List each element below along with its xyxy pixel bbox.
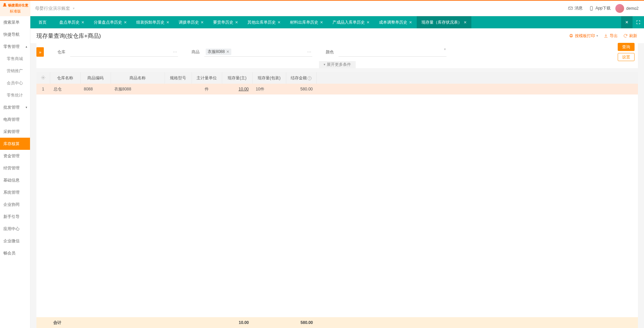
close-all-tabs-button[interactable]: ✕: [621, 16, 633, 28]
tab-8[interactable]: 产成品入库单历史✕: [328, 16, 374, 28]
close-icon[interactable]: ✕: [409, 20, 412, 25]
expand-filters-button[interactable]: ▾ 展开更多条件: [319, 61, 356, 68]
tab-label: 现存量（库存状况表）: [421, 20, 462, 25]
app-download-button[interactable]: App下载: [589, 5, 611, 11]
row-index: 1: [36, 84, 50, 94]
col-spec[interactable]: 规格型号: [165, 72, 192, 84]
cell-qty-main[interactable]: 10.00: [238, 87, 248, 91]
app-header: 畅捷通好生意 标准版 母婴行业演示账套 ▾ 消息 App下载 demo2: [0, 1, 644, 16]
tab-2[interactable]: 分量盘点单历史✕: [89, 16, 131, 28]
sidebar-item-11[interactable]: 资金管理: [0, 150, 30, 162]
sidebar-item-8[interactable]: 电商管理: [0, 113, 30, 126]
filter-product-input[interactable]: 衣服8088 ✕ ⋯: [204, 47, 312, 57]
filter-panel: » 仓库 ⋯ 商品 衣服8088 ✕: [36, 43, 638, 68]
sidebar-item-15[interactable]: 企业协同: [0, 198, 30, 211]
chip-remove-icon[interactable]: ✕: [226, 50, 229, 54]
logo: 畅捷通好生意 标准版: [0, 1, 30, 16]
sidebar-item-label: 企业协同: [3, 202, 20, 208]
filter-color-select[interactable]: ▾: [339, 47, 446, 57]
tab-3[interactable]: 组装拆卸单历史✕: [131, 16, 174, 28]
close-icon[interactable]: ✕: [124, 20, 127, 25]
close-icon[interactable]: ✕: [367, 20, 370, 25]
tab-label: 产成品入库单历史: [332, 20, 365, 25]
col-unit[interactable]: 主计量单位: [192, 72, 222, 84]
col-qty-main[interactable]: 现存量(主): [222, 72, 252, 84]
cell-unit: 件: [192, 84, 222, 94]
cell-name: 衣服8088: [111, 84, 165, 94]
sidebar-item-12[interactable]: 经营管理: [0, 162, 30, 174]
tab-1[interactable]: 盘点单历史✕: [55, 16, 89, 28]
tab-0[interactable]: 首页: [30, 16, 55, 28]
sidebar-item-1[interactable]: 快捷导航: [0, 28, 30, 40]
tab-bar-end: ✕: [621, 16, 644, 28]
column-settings-header[interactable]: [36, 72, 50, 84]
table-row[interactable]: 1 总仓 8088 衣服8088 件 10.00 10件 580.00: [36, 84, 638, 94]
sidebar-item-9[interactable]: 采购管理: [0, 126, 30, 138]
sidebar-item-7[interactable]: 批发管理▾: [0, 101, 30, 113]
close-icon[interactable]: ✕: [320, 20, 323, 25]
col-qty-pack[interactable]: 现存量(包装): [252, 72, 286, 84]
sidebar-item-label: 搜索菜单: [3, 20, 20, 25]
fullscreen-icon: [636, 20, 641, 25]
filter-warehouse-input[interactable]: ⋯: [70, 47, 178, 57]
cell-qty-pack: 10件: [252, 84, 286, 94]
sidebar-item-18[interactable]: 企业微信: [0, 235, 30, 247]
sidebar-item-3[interactable]: 零售商城: [0, 53, 30, 65]
print-button[interactable]: 按模板打印 ▾: [569, 33, 598, 39]
tab-label: 组装拆卸单历史: [136, 20, 165, 25]
more-icon[interactable]: ⋯: [307, 50, 312, 54]
caret-up-icon: ▴: [26, 45, 27, 48]
close-icon[interactable]: ✕: [464, 20, 467, 25]
settings-button[interactable]: 设置: [618, 53, 635, 61]
sidebar-item-17[interactable]: 应用中心: [0, 223, 30, 235]
refresh-button[interactable]: 刷新: [623, 33, 637, 39]
sidebar-item-label: 零售统计: [7, 92, 23, 98]
filter-product-label: 商品: [192, 49, 200, 55]
username: demo2: [626, 6, 639, 11]
query-button[interactable]: 查询: [618, 43, 635, 51]
sidebar-item-label: 库存核算: [3, 141, 20, 147]
tab-label: 要货单历史: [213, 20, 233, 25]
chevron-down-icon: ▾: [444, 47, 446, 51]
account-selector[interactable]: 母婴行业演示账套 ▾: [35, 5, 75, 11]
sidebar-item-16[interactable]: 新手引导: [0, 211, 30, 223]
close-icon[interactable]: ✕: [235, 20, 238, 25]
more-icon[interactable]: ⋯: [173, 50, 177, 54]
close-icon[interactable]: ✕: [277, 20, 281, 25]
collapse-filters-button[interactable]: »: [36, 47, 44, 57]
col-code[interactable]: 商品编码: [80, 72, 111, 84]
close-icon[interactable]: ✕: [201, 20, 204, 25]
col-warehouse[interactable]: 仓库名称: [50, 72, 80, 84]
fullscreen-button[interactable]: [633, 16, 644, 28]
tab-6[interactable]: 其他出库单历史✕: [243, 16, 285, 28]
sidebar-item-4[interactable]: 营销推广: [0, 65, 30, 77]
tab-10[interactable]: 现存量（库存状况表）✕: [417, 16, 471, 28]
sidebar-item-label: 资金管理: [3, 153, 20, 159]
help-icon[interactable]: ?: [308, 76, 312, 80]
avatar[interactable]: [615, 4, 624, 13]
col-name[interactable]: 商品名称: [111, 72, 165, 84]
sidebar-item-label: 快捷导航: [3, 32, 20, 37]
col-amount[interactable]: 结存金额?: [286, 72, 316, 84]
refresh-icon: [623, 33, 628, 38]
tab-5[interactable]: 要货单历史✕: [208, 16, 243, 28]
refresh-label: 刷新: [629, 33, 637, 39]
sidebar-item-10[interactable]: 库存核算: [0, 138, 30, 150]
messages-button[interactable]: 消息: [568, 5, 583, 11]
sidebar-item-label: 基础信息: [3, 177, 20, 183]
sidebar-item-13[interactable]: 基础信息: [0, 174, 30, 186]
sidebar-item-0[interactable]: 搜索菜单: [0, 16, 30, 28]
tab-9[interactable]: 成本调整单历史✕: [374, 16, 417, 28]
close-icon[interactable]: ✕: [166, 20, 169, 25]
sidebar-item-14[interactable]: 系统管理: [0, 186, 30, 198]
sidebar-item-6[interactable]: 零售统计: [0, 89, 30, 101]
close-icon[interactable]: ✕: [81, 20, 84, 25]
sidebar-item-2[interactable]: 零售管理▴: [0, 40, 30, 53]
sidebar-item-5[interactable]: 会员中心: [0, 77, 30, 89]
sidebar-item-label: 营销推广: [7, 68, 23, 74]
sidebar-item-19[interactable]: 畅会员: [0, 247, 30, 259]
export-button[interactable]: 导出: [604, 33, 618, 39]
tab-4[interactable]: 调拨单历史✕: [174, 16, 208, 28]
tab-7[interactable]: 材料出库单历史✕: [285, 16, 328, 28]
sidebar-item-label: 企业微信: [3, 238, 20, 244]
